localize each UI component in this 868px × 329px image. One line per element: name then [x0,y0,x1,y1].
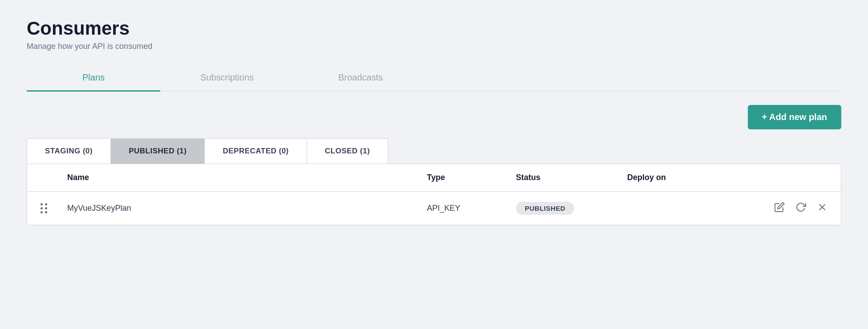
tab-plans[interactable]: Plans [27,64,160,91]
table-row: MyVueJSKeyPlan API_KEY PUBLISHED [27,192,841,225]
drag-dot [41,207,43,209]
actions-bar: + Add new plan [27,105,841,129]
table-col-deploy: Deploy on [627,173,761,182]
table-col-name: Name [67,173,427,182]
page-header: Consumers Manage how your API is consume… [27,18,841,51]
table-header: Name Type Status Deploy on [27,164,841,192]
page-title: Consumers [27,18,841,39]
plan-tab-staging[interactable]: STAGING (0) [27,139,111,164]
plan-type: API_KEY [427,204,516,213]
plan-tab-deprecated[interactable]: DEPRECATED (0) [205,139,307,164]
redeploy-icon[interactable] [795,202,806,215]
page-subtitle: Manage how your API is consumed [27,42,841,51]
drag-dot [45,211,47,213]
row-actions [761,202,827,215]
status-badge: PUBLISHED [516,202,574,215]
plan-tabs: STAGING (0) PUBLISHED (1) DEPRECATED (0)… [27,138,388,164]
drag-dot [41,203,43,205]
plan-tab-published[interactable]: PUBLISHED (1) [111,139,205,164]
tab-subscriptions[interactable]: Subscriptions [160,64,294,91]
drag-dot [41,211,43,213]
plan-name: MyVueJSKeyPlan [67,204,427,213]
table-col-type: Type [427,173,516,182]
plan-status-cell: PUBLISHED [516,202,627,215]
drag-dot [45,207,47,209]
table-col-status: Status [516,173,627,182]
plans-table: Name Type Status Deploy on MyVueJSKeyPla [27,164,841,225]
main-content: Consumers Manage how your API is consume… [0,0,868,243]
table-col-drag [41,173,67,182]
delete-icon[interactable] [817,202,827,215]
drag-dot [45,203,47,205]
add-new-plan-button[interactable]: + Add new plan [748,105,842,129]
edit-icon[interactable] [774,202,785,215]
drag-handle[interactable] [41,203,67,213]
plan-tab-closed[interactable]: CLOSED (1) [307,139,388,164]
table-col-actions [761,173,827,182]
tab-broadcasts[interactable]: Broadcasts [294,64,427,91]
tabs-nav: Plans Subscriptions Broadcasts [27,64,841,92]
